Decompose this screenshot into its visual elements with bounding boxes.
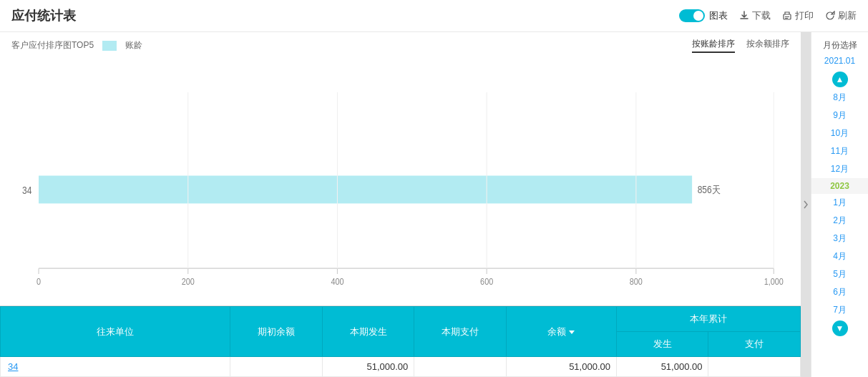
sidebar-month-9[interactable]: 9月	[811, 107, 868, 124]
bar-y-label: 34	[22, 185, 31, 196]
sidebar-month-10[interactable]: 10月	[811, 124, 868, 142]
sidebar-year-2023: 2023	[811, 178, 868, 194]
sidebar-month-7[interactable]: 7月	[811, 301, 868, 319]
sidebar-month-2[interactable]: 2月	[811, 212, 868, 230]
data-table: 往来单位 期初余额 本期发生 本期支付 余额 本年累计 发生	[0, 306, 801, 377]
svg-rect-2	[785, 18, 788, 19]
sidebar-up-button[interactable]: ▲	[832, 72, 848, 87]
sidebar-month-11[interactable]: 11月	[811, 142, 868, 160]
sidebar-month-6[interactable]: 6月	[811, 283, 868, 301]
opening-cell	[230, 357, 323, 377]
current-pay-cell	[414, 357, 507, 377]
bar-rect	[39, 176, 692, 204]
ytd-occur-cell: 51,000.00	[616, 357, 708, 377]
print-button[interactable]: 打印	[782, 9, 814, 22]
data-table-area: 往来单位 期初余额 本期发生 本期支付 余额 本年累计 发生	[0, 305, 801, 377]
legend-box-label: 账龄	[125, 39, 142, 52]
chart-legend: 客户应付排序图TOP5 账龄	[11, 39, 142, 52]
svg-text:1,000: 1,000	[764, 277, 784, 288]
chart-toggle-group: 图表	[679, 9, 728, 22]
svg-text:0: 0	[36, 277, 41, 288]
chart-toggle-label: 图表	[709, 9, 728, 22]
svg-marker-21	[569, 331, 575, 334]
svg-rect-1	[785, 16, 789, 17]
sidebar-month-1[interactable]: 1月	[811, 194, 868, 212]
refresh-label: 刷新	[838, 9, 857, 22]
col-header-opening: 期初余额	[230, 307, 323, 357]
svg-text:800: 800	[630, 277, 643, 288]
sort-by-balance-button[interactable]: 按账龄排序	[692, 38, 735, 53]
download-label: 下载	[752, 9, 771, 22]
ytd-pay-cell	[708, 357, 801, 377]
sidebar-collapse-arrow[interactable]	[801, 32, 811, 377]
svg-text:600: 600	[480, 277, 493, 288]
refresh-button[interactable]: 刷新	[825, 9, 857, 22]
bar-value-label: 856天	[698, 184, 721, 195]
chart-container: 34 856天 0 200 400 600	[0, 59, 801, 305]
print-label: 打印	[795, 9, 814, 22]
sidebar-month-8[interactable]: 8月	[811, 89, 868, 107]
download-button[interactable]: 下载	[739, 9, 771, 22]
sidebar-wrapper: 月份选择 2021.01 ▲ 8月 9月 10月 11月 12月 2023 1月…	[801, 32, 868, 377]
sidebar-down-button[interactable]: ▼	[832, 320, 848, 336]
chart-sort-buttons: 按账龄排序 按余额排序	[692, 38, 789, 53]
svg-text:200: 200	[182, 277, 195, 288]
sidebar-month-12[interactable]: 12月	[811, 160, 868, 178]
page-title: 应付统计表	[11, 7, 76, 24]
print-icon	[782, 11, 792, 21]
col-header-current-pay: 本期支付	[414, 307, 507, 357]
refresh-icon	[825, 11, 835, 21]
svg-text:400: 400	[331, 277, 343, 288]
legend-label: 客户应付排序图TOP5	[11, 39, 94, 52]
sidebar-month-list: 8月 9月 10月 11月 12月 2023 1月 2月 3月 4月 5月 6月…	[811, 89, 868, 319]
sidebar: 月份选择 2021.01 ▲ 8月 9月 10月 11月 12月 2023 1月…	[811, 32, 868, 377]
unit-cell[interactable]: 34	[1, 357, 230, 377]
col-header-balance: 余额	[506, 307, 616, 357]
col-header-ytd-pay: 支付	[708, 332, 801, 357]
sidebar-month-5[interactable]: 5月	[811, 265, 868, 283]
sort-icon	[568, 328, 575, 336]
sidebar-title: 月份选择	[823, 35, 857, 54]
sidebar-month-3[interactable]: 3月	[811, 230, 868, 248]
sidebar-month-4[interactable]: 4月	[811, 248, 868, 265]
legend-box	[102, 41, 117, 51]
col-header-current-occur: 本期发生	[322, 307, 414, 357]
col-header-ytd-occur: 发生	[616, 332, 708, 357]
current-occur-cell: 51,000.00	[322, 357, 414, 377]
chart-toggle[interactable]	[679, 9, 705, 22]
balance-cell: 51,000.00	[506, 357, 616, 377]
table-row: 34 51,000.00 51,000.00 51,000.00	[1, 357, 801, 377]
download-icon	[739, 11, 749, 21]
sort-by-amount-button[interactable]: 按余额排序	[746, 38, 789, 53]
col-header-ytd: 本年累计	[616, 307, 800, 332]
col-header-unit: 往来单位	[1, 307, 230, 357]
sidebar-year[interactable]: 2021.01	[824, 54, 855, 70]
chevron-right-icon	[803, 200, 809, 210]
